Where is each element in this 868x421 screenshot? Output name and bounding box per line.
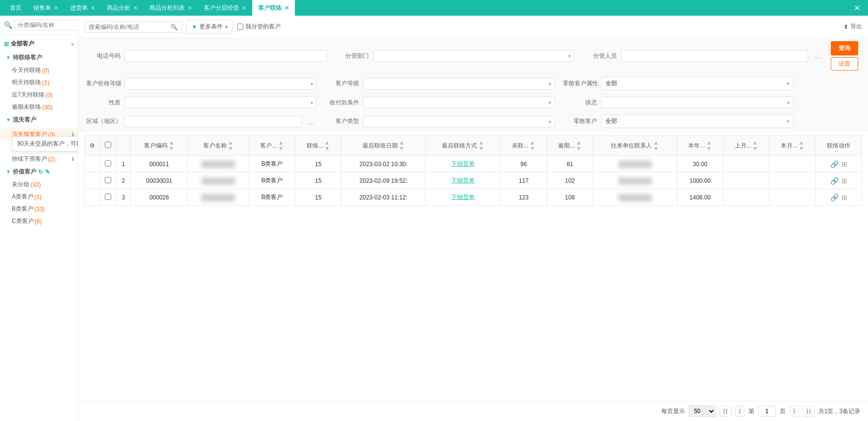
payment-select[interactable] [363, 97, 555, 108]
contact-method-link-2[interactable]: 下销货单 [451, 194, 475, 200]
status-select[interactable] [601, 97, 794, 108]
page-input[interactable] [758, 406, 776, 417]
sidebar-all-customers[interactable]: ⊞ 全部客户 « [0, 37, 78, 51]
sidebar-group-pending[interactable]: ▼ 待联络客户 [0, 51, 78, 64]
arrow-down-icon: ▼ [6, 55, 11, 60]
sort-icon-not-contacted: ▲▼ [530, 140, 535, 151]
th-this-month[interactable]: 本月... ▲▼ [770, 136, 816, 156]
sidebar-item-tomorrow[interactable]: 明天待联络 (1) [0, 76, 78, 89]
th-last-contact-date[interactable]: 最后联络日期 ▲▼ [341, 136, 426, 156]
sidebar-item-class-b[interactable]: B类客户 (33) [0, 203, 78, 215]
query-button[interactable]: 查询 [831, 41, 858, 55]
person-more-icon[interactable]: … [812, 52, 823, 60]
sidebar-group-value[interactable]: ▼ 价值客户 ↻ ✎ [0, 165, 78, 178]
td-method-0: 下销货单 [426, 156, 501, 173]
action-link-icon-2[interactable]: 🔗 [830, 194, 839, 201]
customer-type-select[interactable] [363, 116, 555, 127]
per-page-select[interactable]: 50 100 [689, 405, 716, 417]
row-checkbox-0[interactable] [105, 160, 111, 167]
first-page-button[interactable]: ⟨⟨ [720, 406, 731, 417]
td-checkbox-0 [100, 156, 116, 173]
action-grid-icon-0[interactable]: ⊞ [842, 160, 847, 168]
region-input[interactable] [124, 116, 302, 127]
td-action-0: 🔗 ⊞ [816, 156, 862, 173]
th-contact-person[interactable]: 往来单位联系人 ▲▼ [593, 136, 677, 156]
contact-method-link-1[interactable]: 下销货单 [451, 177, 475, 184]
chevron-down-icon-scattered: ▾ [787, 81, 789, 86]
nav-home[interactable]: 首页 [4, 0, 27, 16]
td-name-1: ████████ [188, 173, 249, 189]
nav-product-analysis[interactable]: 商品分析 ✕ [101, 0, 144, 16]
th-last-month[interactable]: 上月... ▲▼ [723, 136, 769, 156]
th-overdue[interactable]: 逾期... ▲▼ [547, 136, 593, 156]
nav-product-list-close[interactable]: ✕ [188, 5, 192, 11]
edit-icon[interactable]: ✎ [45, 169, 50, 175]
action-grid-icon-2[interactable]: ⊞ [842, 194, 847, 201]
last-page-button[interactable]: ⟩⟩ [803, 406, 815, 417]
sidebar-item-ungrouped[interactable]: 未分组 (32) [0, 178, 78, 191]
th-type[interactable]: 客户... ▲▼ [249, 136, 295, 156]
td-name-2: ████████ [188, 189, 249, 206]
nav-product-analysis-close[interactable]: ✕ [133, 5, 138, 11]
person-input[interactable] [621, 50, 808, 62]
td-settings-0 [85, 156, 100, 173]
export-button[interactable]: ⬆ 导出 [844, 23, 862, 31]
customer-level-select[interactable] [363, 78, 555, 90]
my-customers-checkbox-label[interactable]: 我分管的客户 [237, 23, 281, 31]
nav-sales-close[interactable]: ✕ [54, 5, 58, 11]
sidebar-search-icon: 🔍 [4, 21, 12, 29]
table-scroll[interactable]: ⚙ 客户编码 ▲▼ [84, 135, 862, 206]
row-checkbox-1[interactable] [105, 177, 111, 183]
sidebar-item-class-c[interactable]: C类客户 (6) [0, 215, 78, 227]
filter-payment: 收付款条件 [325, 97, 555, 108]
window-close-button[interactable]: ✕ [850, 3, 864, 13]
sidebar-item-declining[interactable]: 持续下滑客户 (2) ℹ [0, 153, 78, 165]
th-this-year[interactable]: 本年... ▲▼ [677, 136, 723, 156]
nav-sales[interactable]: 销售单 ✕ [27, 0, 64, 16]
prev-page-button[interactable]: ⟨ [735, 406, 745, 417]
refresh-icon[interactable]: ↻ [38, 169, 43, 175]
nav-purchase[interactable]: 进货单 ✕ [64, 0, 101, 16]
td-index-2: 3 [116, 189, 131, 206]
th-not-contacted[interactable]: 未联... ▲▼ [501, 136, 547, 156]
my-customers-checkbox[interactable] [237, 24, 243, 30]
sidebar-search-input[interactable] [14, 20, 78, 30]
nav-customer-segment[interactable]: 客户分层经营 ✕ [198, 0, 252, 16]
th-contact[interactable]: 联络... ▲▼ [295, 136, 341, 156]
select-all-checkbox[interactable] [105, 142, 111, 148]
action-link-icon-0[interactable]: 🔗 [830, 160, 839, 168]
sidebar-item-overdue[interactable]: 逾期未联络 (30) [0, 101, 78, 113]
price-level-select[interactable] [124, 78, 317, 90]
settings-button[interactable]: 设置 [831, 57, 858, 71]
td-overdue-2: 108 [547, 189, 593, 206]
sidebar-item-7days[interactable]: 近7天待联络 (0) [0, 89, 78, 101]
phone-input[interactable] [124, 50, 327, 62]
th-last-contact-method[interactable]: 最后联络方式 ▲▼ [426, 136, 501, 156]
sidebar-item-today[interactable]: 今天待联络 (0) [0, 64, 78, 76]
action-grid-icon-1[interactable]: ⊞ [842, 177, 847, 185]
th-code[interactable]: 客户编码 ▲▼ [131, 136, 188, 156]
contact-method-link-0[interactable]: 下销货单 [451, 160, 475, 167]
row-checkbox-2[interactable] [105, 194, 111, 200]
th-name[interactable]: 客户名称 ▲▼ [188, 136, 249, 156]
sort-icon-this-month: ▲▼ [798, 140, 804, 151]
th-settings[interactable]: ⚙ [85, 136, 100, 156]
sidebar-group-lost[interactable]: ▼ 流失客户 [0, 113, 78, 126]
nav-purchase-close[interactable]: ✕ [91, 5, 95, 11]
more-conditions-button[interactable]: ▼ 更多条件 ▾ [186, 20, 233, 34]
action-link-icon-1[interactable]: 🔗 [830, 177, 839, 185]
toolbar-search-input[interactable] [89, 24, 170, 30]
nav-customer-contact[interactable]: 客户联络 ✕ [252, 0, 295, 16]
region-more-icon[interactable]: … [306, 118, 317, 125]
next-page-button[interactable]: ⟩ [790, 406, 799, 417]
nav-customer-segment-close[interactable]: ✕ [242, 5, 246, 11]
info-icon-3[interactable]: ℹ [72, 156, 74, 162]
scattered-attr-value[interactable]: 全部 ▾ [601, 77, 794, 90]
sidebar-collapse-icon[interactable]: « [71, 41, 74, 47]
department-select[interactable] [373, 50, 575, 62]
sidebar-item-class-a[interactable]: A类客户 (1) [0, 191, 78, 203]
nav-product-list[interactable]: 商品分析列表 ✕ [144, 0, 198, 16]
nature-select[interactable] [124, 97, 317, 108]
scattered-customer-value[interactable]: 全部 ▾ [601, 115, 794, 128]
nav-customer-contact-close[interactable]: ✕ [285, 5, 289, 11]
